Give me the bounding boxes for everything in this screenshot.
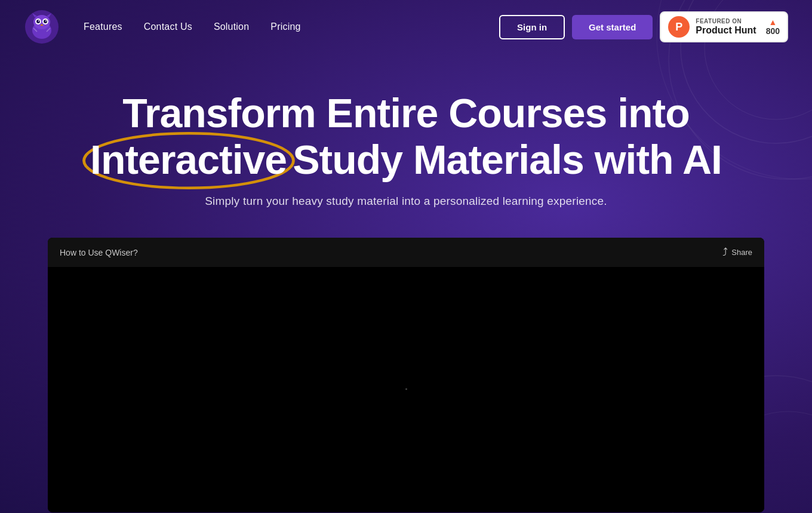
ph-arrow-icon: ▲ (768, 18, 777, 26)
video-share-button[interactable]: ⤴ Share (722, 246, 752, 259)
video-share-label: Share (731, 248, 752, 257)
hero-title: Transform Entire Courses into Interactiv… (24, 90, 788, 183)
hero-interactive-word: Interactive (90, 137, 287, 182)
video-player-area[interactable] (48, 267, 764, 511)
hero-interactive-wrap: Interactive (90, 136, 287, 183)
product-hunt-badge[interactable]: P FEATURED ON Product Hunt ▲ 800 (660, 11, 788, 42)
product-hunt-text: FEATURED ON Product Hunt (696, 18, 756, 36)
logo-icon (24, 9, 60, 45)
ph-featured-on-label: FEATURED ON (696, 18, 756, 24)
ph-vote-count: 800 (766, 26, 780, 36)
svg-point-11 (36, 20, 40, 23)
signin-button[interactable]: Sign in (499, 15, 565, 39)
pricing-link[interactable]: Pricing (270, 21, 300, 32)
product-hunt-icon: P (668, 16, 690, 38)
hero-title-rest: Study Materials with AI (293, 136, 722, 183)
logo-link[interactable] (24, 9, 60, 45)
hero-section: Transform Entire Courses into Interactiv… (0, 54, 812, 226)
share-icon: ⤴ (722, 246, 728, 259)
nav-left: Features Contact Us Solution Pricing (24, 9, 301, 45)
solution-link[interactable]: Solution (214, 21, 249, 32)
hero-title-line2: Interactive Study Materials with AI (24, 136, 788, 183)
nav-item-contact[interactable]: Contact Us (144, 21, 192, 32)
ph-name-label: Product Hunt (696, 24, 756, 36)
ph-count: ▲ 800 (766, 18, 780, 36)
hero-title-line1: Transform Entire Courses into (24, 90, 788, 136)
nav-links: Features Contact Us Solution Pricing (84, 21, 301, 32)
getstarted-button[interactable]: Get started (572, 15, 653, 39)
contact-link[interactable]: Contact Us (144, 21, 192, 32)
video-loading-dot (405, 388, 407, 390)
svg-point-12 (44, 20, 47, 23)
nav-item-pricing[interactable]: Pricing (270, 21, 300, 32)
svg-point-13 (38, 20, 39, 21)
video-section[interactable]: How to Use QWiser? ⤴ Share (48, 238, 764, 512)
hero-subtitle: Simply turn your heavy study material in… (24, 195, 788, 208)
features-link[interactable]: Features (84, 21, 122, 32)
nav-right: Sign in Get started P FEATURED ON Produc… (499, 11, 788, 42)
video-title: How to Use QWiser? (60, 248, 138, 257)
nav-item-features[interactable]: Features (84, 21, 122, 32)
nav-item-solution[interactable]: Solution (214, 21, 249, 32)
svg-point-14 (45, 20, 47, 21)
navbar: Features Contact Us Solution Pricing Sig… (0, 0, 812, 54)
video-top-bar: How to Use QWiser? ⤴ Share (48, 238, 764, 267)
